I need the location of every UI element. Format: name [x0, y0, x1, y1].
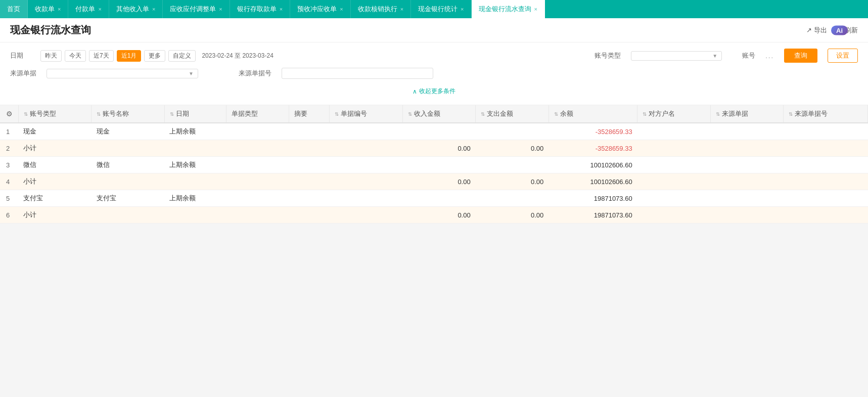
th-source-doc[interactable]: ⇅来源单据 — [710, 105, 784, 123]
th-account-type[interactable]: ⇅账号类型 — [18, 105, 92, 123]
table-row: 2 小计 0.00 0.00 -3528659.33 — [0, 140, 868, 157]
query-button[interactable]: 查询 — [784, 49, 817, 63]
th-gear[interactable]: ⚙ — [0, 105, 18, 123]
td-doc-type — [226, 123, 289, 140]
sort-arrows-icon: ⇅ — [789, 111, 793, 117]
td-source-doc-no — [784, 157, 868, 173]
settings-button[interactable]: 设置 — [828, 49, 858, 63]
td-doc-type — [226, 140, 289, 157]
td-source-doc — [710, 157, 784, 173]
close-icon[interactable]: × — [534, 6, 537, 12]
filter-row-1: 日期 昨天 今天 近7天 近1月 更多 自定义 2023-02-24 至 202… — [10, 49, 858, 63]
td-source-doc — [710, 123, 784, 140]
account-dots[interactable]: ... — [765, 52, 774, 60]
nav-collection-exec[interactable]: 收款核销执行 × — [351, 0, 411, 18]
th-account-name[interactable]: ⇅账号名称 — [92, 105, 165, 123]
date-more[interactable]: 更多 — [144, 50, 165, 62]
td-index: 3 — [0, 157, 18, 173]
td-income: 0.00 — [402, 207, 476, 224]
close-icon[interactable]: × — [461, 6, 464, 12]
account-label: 账号 — [742, 51, 755, 60]
td-source-doc — [710, 173, 784, 190]
td-balance: 19871073.60 — [549, 190, 637, 207]
export-button[interactable]: ↗ 导出 — [806, 26, 827, 35]
td-date — [164, 207, 226, 224]
sort-arrows-icon: ⇅ — [170, 111, 174, 117]
td-doc-type — [226, 173, 289, 190]
nav-home[interactable]: 首页 — [0, 0, 28, 18]
close-icon[interactable]: × — [400, 6, 403, 12]
nav-cash-bank-flow[interactable]: 现金银行流水查询 × — [472, 0, 545, 18]
nav-bank-deposit[interactable]: 银行存取款单 × — [230, 0, 290, 18]
td-date: 上期余额 — [164, 123, 226, 140]
td-income — [402, 157, 476, 173]
close-icon[interactable]: × — [98, 6, 101, 12]
account-type-label: 账号类型 — [595, 51, 621, 60]
td-doc-no — [330, 173, 403, 190]
td-account-name: 支付宝 — [92, 190, 165, 207]
source-doc-label: 来源单据 — [10, 69, 36, 78]
close-icon[interactable]: × — [219, 6, 222, 12]
td-date — [164, 140, 226, 157]
th-balance[interactable]: ⇅余额 — [549, 105, 637, 123]
td-balance: -3528659.33 — [549, 140, 637, 157]
date-1month[interactable]: 近1月 — [117, 50, 142, 62]
collapse-bar[interactable]: ∧ 收起更多条件 — [10, 84, 858, 99]
th-doc-type[interactable]: 单据类型 — [226, 105, 289, 123]
table-row: 3 微信 微信 上期余额 100102606.60 — [0, 157, 868, 173]
td-counterparty — [637, 157, 711, 173]
td-account-type: 小计 — [18, 173, 92, 190]
nav-receipt[interactable]: 收款单 × — [28, 0, 68, 18]
source-doc-select[interactable]: ▼ — [47, 69, 198, 78]
td-doc-no — [330, 140, 403, 157]
td-index: 5 — [0, 190, 18, 207]
th-summary[interactable]: 摘要 — [289, 105, 330, 123]
td-source-doc — [710, 207, 784, 224]
td-counterparty — [637, 123, 711, 140]
th-expense[interactable]: ⇅支出金额 — [476, 105, 549, 123]
account-type-select[interactable]: ▼ — [631, 51, 722, 61]
td-index: 4 — [0, 173, 18, 190]
nav-cash-bank-stats[interactable]: 现金银行统计 × — [411, 0, 471, 18]
td-balance: -3528659.33 — [549, 123, 637, 140]
date-custom[interactable]: 自定义 — [168, 50, 196, 62]
date-label: 日期 — [10, 51, 30, 60]
th-date[interactable]: ⇅日期 — [164, 105, 226, 123]
sort-arrows-icon: ⇅ — [24, 111, 28, 117]
td-doc-type — [226, 157, 289, 173]
td-account-type: 支付宝 — [18, 190, 92, 207]
date-yesterday[interactable]: 昨天 — [40, 50, 62, 62]
td-balance: 100102606.60 — [549, 173, 637, 190]
nav-adjustment[interactable]: 应收应付调整单 × — [163, 0, 230, 18]
td-counterparty — [637, 190, 711, 207]
th-source-doc-no[interactable]: ⇅来源单据号 — [784, 105, 868, 123]
gear-icon: ⚙ — [6, 110, 13, 118]
td-expense: 0.00 — [476, 173, 549, 190]
chevron-down-icon: ▼ — [189, 71, 194, 76]
close-icon[interactable]: × — [152, 6, 155, 12]
td-account-name: 微信 — [92, 157, 165, 173]
td-account-name: 现金 — [92, 123, 165, 140]
td-expense — [476, 157, 549, 173]
nav-prepayment[interactable]: 预收冲应收单 × — [290, 0, 350, 18]
source-doc-no-input[interactable] — [282, 68, 433, 79]
th-counterparty[interactable]: ⇅对方户名 — [637, 105, 711, 123]
th-doc-no[interactable]: ⇅单据编号 — [330, 105, 403, 123]
date-7days[interactable]: 近7天 — [89, 50, 114, 62]
close-icon[interactable]: × — [58, 6, 61, 12]
nav-payment[interactable]: 付款单 × — [68, 0, 109, 18]
date-range: 2023-02-24 至 2023-03-24 — [202, 52, 273, 60]
close-icon[interactable]: × — [280, 6, 283, 12]
td-summary — [289, 123, 330, 140]
td-counterparty — [637, 173, 711, 190]
ai-badge[interactable]: Ai — [831, 25, 848, 35]
td-income — [402, 190, 476, 207]
td-expense: 0.00 — [476, 207, 549, 224]
td-counterparty — [637, 207, 711, 224]
nav-other-income[interactable]: 其他收入单 × — [109, 0, 163, 18]
close-icon[interactable]: × — [340, 6, 343, 12]
date-today[interactable]: 今天 — [65, 50, 86, 62]
th-income[interactable]: ⇅收入金额 — [402, 105, 476, 123]
td-summary — [289, 190, 330, 207]
td-expense — [476, 190, 549, 207]
